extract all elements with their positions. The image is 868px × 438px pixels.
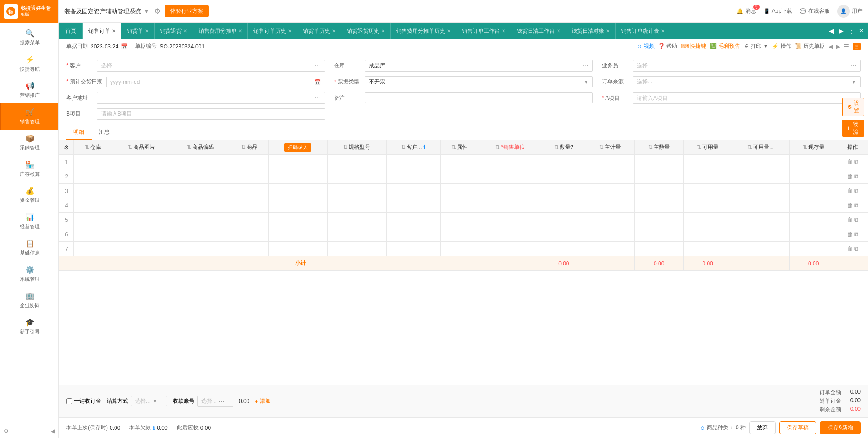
tab-close-icon[interactable]: ✕ [238, 29, 242, 34]
copy-icon[interactable]: ⧉ [854, 159, 858, 166]
tab-order-workbench[interactable]: 销售订单工作台 ✕ [456, 23, 511, 39]
cell-spec[interactable] [327, 213, 386, 227]
tab-close-icon[interactable]: ✕ [184, 29, 187, 34]
view-video-btn[interactable]: ⊙ 视频 [637, 43, 654, 50]
account-dots[interactable]: ··· [218, 397, 224, 405]
cell-code[interactable] [171, 213, 230, 227]
cell-current[interactable] [789, 213, 838, 227]
cell-warehouse[interactable] [74, 184, 112, 198]
cell-current[interactable] [789, 155, 838, 169]
sidebar-item-system[interactable]: ⚙️ 系统管理 [0, 261, 58, 287]
cell-current[interactable] [789, 169, 838, 184]
tab-close-icon[interactable]: ✕ [447, 29, 451, 34]
salesperson-dots[interactable]: ··· [851, 62, 857, 70]
cell-available[interactable] [683, 213, 732, 227]
profit-btn[interactable]: 💹 毛利预告 [710, 43, 740, 50]
history-btn[interactable]: 📜 历史单据 [795, 43, 825, 50]
cell-warehouse[interactable] [74, 213, 112, 227]
cell-qty2[interactable] [542, 242, 586, 256]
sidebar-item-operation[interactable]: 📊 经营管理 [0, 208, 58, 235]
cell-customer-code[interactable] [386, 227, 440, 242]
col-settings[interactable]: ⚙ [59, 140, 74, 155]
tab-expense-history[interactable]: 销售费用分摊单历史 ✕ [391, 23, 456, 39]
delete-icon[interactable]: 🗑 [847, 245, 853, 253]
cell-code[interactable] [171, 227, 230, 242]
cell-name[interactable] [230, 198, 268, 213]
tab-return[interactable]: 销货退货 ✕ [155, 23, 193, 39]
cell-unit[interactable] [479, 227, 542, 242]
cell-available[interactable] [683, 198, 732, 213]
cell-main-unit[interactable] [586, 169, 635, 184]
tab-close-icon[interactable]: ✕ [557, 29, 560, 34]
cell-available[interactable] [683, 227, 732, 242]
delete-icon[interactable]: 🗑 [847, 188, 853, 195]
cell-spec[interactable] [327, 155, 386, 169]
cell-qty2[interactable] [542, 198, 586, 213]
settings-gear-icon[interactable]: ⚙ [154, 7, 160, 15]
tab-statistics[interactable]: 销售订单统计表 ✕ [616, 23, 670, 39]
shortcut-btn[interactable]: ⌨ 快捷键 [681, 43, 706, 50]
cell-available2[interactable] [732, 198, 789, 213]
one-click-checkbox-input[interactable] [66, 398, 72, 404]
sidebar-item-guide[interactable]: 🎓 新手引导 [0, 313, 58, 340]
sidebar-item-basic[interactable]: 📋 基础信息 [0, 235, 58, 261]
cell-main-qty[interactable] [635, 169, 683, 184]
address-input[interactable]: ··· [97, 92, 325, 104]
sidebar-item-quick[interactable]: ⚡ 快捷导航 [0, 51, 58, 77]
copy-icon[interactable]: ⧉ [854, 202, 858, 209]
cell-spec[interactable] [327, 169, 386, 184]
salesperson-input[interactable]: 选择... ··· [633, 60, 861, 72]
warehouse-input[interactable]: 成品库 ··· [365, 60, 593, 72]
cell-available2[interactable] [732, 184, 789, 198]
cell-available2[interactable] [732, 227, 789, 242]
cell-current[interactable] [789, 242, 838, 256]
cell-qty2[interactable] [542, 184, 586, 198]
tab-daily-account[interactable]: 钱货日清对账 ✕ [566, 23, 616, 39]
tab-home[interactable]: 首页 [59, 23, 83, 39]
tab-close-icon[interactable]: ✕ [288, 29, 291, 34]
delete-icon[interactable]: 🗑 [847, 202, 853, 209]
cell-attr[interactable] [441, 198, 479, 213]
cell-unit[interactable] [479, 198, 542, 213]
a-project-input[interactable]: 请输入A项目 [633, 92, 861, 104]
tab-prev-arrow[interactable]: ◀ [827, 26, 836, 35]
cell-qty2[interactable] [542, 169, 586, 184]
save-new-btn[interactable]: 保存&新增 [820, 421, 861, 434]
tab-close-icon[interactable]: ✕ [661, 29, 664, 34]
sidebar-item-inventory[interactable]: 🏪 库存核算 [0, 156, 58, 182]
dropdown-icon[interactable]: ▼ [144, 8, 150, 14]
cell-available[interactable] [683, 155, 732, 169]
cell-code[interactable] [171, 198, 230, 213]
customer-input[interactable]: 选择... ··· [97, 60, 325, 72]
cell-name[interactable] [230, 227, 268, 242]
app-download-btn[interactable]: 📱 App下载 [763, 7, 792, 15]
print-btn[interactable]: 🖨 打印 ▼ [744, 43, 769, 50]
cell-qty2[interactable] [542, 155, 586, 169]
scan-button[interactable]: 扫码录入 [284, 143, 311, 152]
tab-close-icon[interactable]: ✕ [112, 29, 116, 34]
tab-return-history[interactable]: 销货退货历史 ✕ [341, 23, 391, 39]
cell-spec[interactable] [327, 198, 386, 213]
tab-menu-icon[interactable]: ⋮ [846, 26, 856, 35]
settings-icon[interactable]: ⚙ [4, 428, 9, 434]
add-product-btn[interactable]: + 物流 [842, 120, 864, 137]
cell-customer-code[interactable] [386, 198, 440, 213]
cell-main-unit[interactable] [586, 242, 635, 256]
delivery-input[interactable]: yyyy-mm-dd 📅 [106, 77, 325, 87]
cell-current[interactable] [789, 184, 838, 198]
cell-attr[interactable] [441, 227, 479, 242]
copy-icon[interactable]: ⧉ [854, 217, 858, 224]
tab-next-arrow[interactable]: ▶ [837, 26, 845, 35]
tab-order-history[interactable]: 销售订单历史 ✕ [248, 23, 297, 39]
cell-name[interactable] [230, 155, 268, 169]
notification-btn[interactable]: 🔔 9 消息 [737, 7, 756, 15]
cell-main-qty[interactable] [635, 198, 683, 213]
tab-close-icon[interactable]: ✕ [381, 29, 385, 34]
cell-unit[interactable] [479, 184, 542, 198]
nav-next[interactable]: ▶ [836, 43, 840, 50]
customer-dots[interactable]: ··· [315, 62, 321, 70]
order-source-input[interactable]: 选择... ▼ [633, 76, 861, 87]
copy-icon[interactable]: ⧉ [854, 173, 858, 180]
account-select[interactable]: 选择... ··· [197, 396, 233, 407]
cell-main-qty[interactable] [635, 213, 683, 227]
